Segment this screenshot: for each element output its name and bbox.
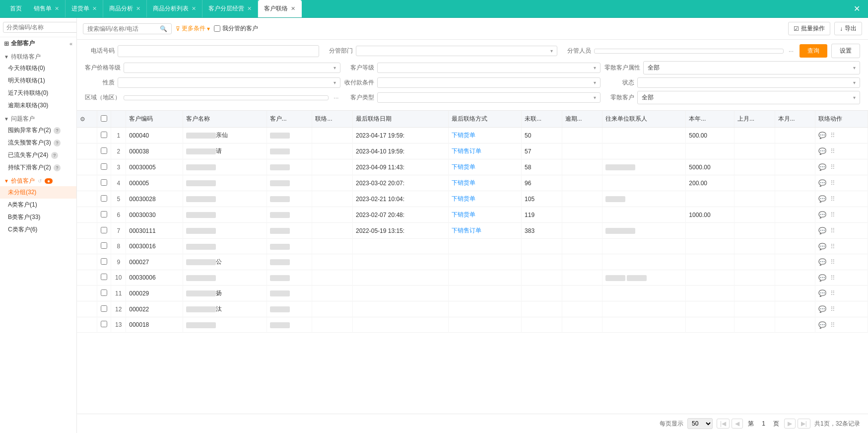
sidebar-item-c-class[interactable]: C类客户(6) [0, 223, 76, 236]
customer-level-select[interactable]: ▾ [377, 63, 600, 73]
sidebar-item-declining[interactable]: 持续下滑客户(2) ? [0, 161, 76, 174]
qr-icon[interactable]: ⠿ [830, 147, 835, 155]
sidebar-item-b-class[interactable]: B类客户(33) [0, 211, 76, 223]
message-icon[interactable]: 💬 [818, 227, 826, 234]
message-icon[interactable]: 💬 [818, 305, 826, 313]
last-way-link[interactable]: 下销售订单 [452, 227, 481, 234]
tab-purchase-close[interactable]: ✕ [92, 5, 97, 12]
message-icon[interactable]: 💬 [818, 195, 826, 203]
qr-icon[interactable]: ⠿ [830, 227, 835, 234]
next-page-button[interactable]: ▶ [784, 419, 796, 429]
th-settings[interactable]: ⚙ [77, 111, 97, 128]
sidebar-item-overdue[interactable]: 逾期未联络(30) [0, 99, 76, 112]
qr-icon[interactable]: ⠿ [830, 289, 835, 297]
row-checkbox[interactable] [101, 132, 107, 138]
sidebar-item-7days[interactable]: 近7天待联络(0) [0, 87, 76, 99]
last-way-link[interactable]: 下销货单 [452, 211, 475, 218]
tab-sales-close[interactable]: ✕ [55, 5, 59, 12]
tab-customer-contact-close[interactable]: ✕ [291, 5, 295, 12]
tab-home[interactable]: 首页 [4, 0, 28, 17]
sidebar-group-pending[interactable]: ▼ 待联络客户 [0, 50, 76, 62]
payment-select[interactable]: ▾ [377, 77, 600, 88]
more-conditions-button[interactable]: ⊽ 更多条件 ▾ [176, 24, 210, 33]
message-icon[interactable]: 💬 [818, 211, 826, 218]
status-select[interactable]: ▾ [637, 77, 860, 88]
tab-product-list[interactable]: 商品分析列表 ✕ [147, 0, 202, 17]
tab-customer-contact[interactable]: 客户联络 ✕ [258, 0, 302, 17]
sidebar-item-ungroup[interactable]: 未分组(32) [0, 186, 76, 199]
window-close-button[interactable]: ✕ [850, 4, 864, 13]
my-customers-check-input[interactable] [214, 25, 220, 32]
last-way-link[interactable]: 下销货单 [452, 179, 475, 186]
search-input[interactable] [87, 25, 157, 32]
reset-button[interactable]: 设置 [831, 44, 860, 58]
per-page-select[interactable]: 50 100 200 [687, 418, 713, 429]
message-icon[interactable]: 💬 [818, 321, 826, 329]
sidebar-group-problem[interactable]: ▼ 问题客户 [0, 112, 76, 124]
last-way-link[interactable]: 下销售订单 [452, 147, 481, 154]
qr-icon[interactable]: ⠿ [830, 321, 835, 329]
sidebar-item-a-class[interactable]: A类客户(1) [0, 199, 76, 211]
my-customers-checkbox[interactable]: 我分管的客户 [214, 24, 258, 33]
row-checkbox[interactable] [101, 211, 107, 217]
qr-icon[interactable]: ⠿ [830, 243, 835, 250]
tab-product-analysis[interactable]: 商品分析 ✕ [103, 0, 147, 17]
last-way-link[interactable]: 下销货单 [452, 132, 475, 139]
batch-operation-button[interactable]: ☑ 批量操作 [788, 22, 830, 35]
message-icon[interactable]: 💬 [818, 258, 826, 266]
sparse-attr-select[interactable]: 全部 ▾ [643, 61, 860, 74]
row-checkbox[interactable] [101, 242, 107, 249]
qr-icon[interactable]: ⠿ [830, 305, 835, 313]
price-level-select[interactable]: ▾ [124, 63, 340, 73]
message-icon[interactable]: 💬 [818, 289, 826, 297]
qr-icon[interactable]: ⠿ [830, 132, 835, 139]
select-all-checkbox[interactable] [101, 115, 107, 122]
row-checkbox[interactable] [101, 305, 107, 312]
sidebar-item-tomorrow[interactable]: 明天待联络(1) [0, 74, 76, 87]
message-icon[interactable]: 💬 [818, 163, 826, 171]
qr-icon[interactable]: ⠿ [830, 258, 835, 266]
query-button[interactable]: 查询 [800, 44, 827, 58]
region-more-btn[interactable]: ··· [332, 94, 340, 101]
qr-icon[interactable]: ⠿ [830, 195, 835, 203]
qr-icon[interactable]: ⠿ [830, 179, 835, 187]
phone-input[interactable] [118, 45, 319, 57]
message-icon[interactable]: 💬 [818, 243, 826, 250]
person-select[interactable] [594, 49, 784, 54]
last-way-link[interactable]: 下销货单 [452, 163, 475, 170]
row-checkbox[interactable] [101, 163, 107, 170]
sidebar-item-abnormal[interactable]: 囤购异常客户(2) ? [0, 124, 76, 137]
prev-page-button[interactable]: ◀ [732, 419, 743, 429]
message-icon[interactable]: 💬 [818, 274, 826, 282]
tab-product-analysis-close[interactable]: ✕ [136, 5, 140, 12]
qr-icon[interactable]: ⠿ [830, 211, 835, 218]
tab-customer-tier-close[interactable]: ✕ [247, 5, 252, 12]
tab-product-list-close[interactable]: ✕ [192, 5, 196, 12]
sidebar-item-today[interactable]: 今天待联络(0) [0, 62, 76, 74]
qr-icon[interactable]: ⠿ [830, 274, 835, 282]
tab-customer-tier[interactable]: 客户分层经营 ✕ [202, 0, 258, 17]
search-icon[interactable]: 🔍 [160, 25, 167, 32]
sparse-customer-select[interactable]: 全部 ▾ [637, 91, 860, 104]
message-icon[interactable]: 💬 [818, 147, 826, 155]
customer-type-select[interactable]: ▾ [377, 92, 600, 103]
message-icon[interactable]: 💬 [818, 179, 826, 187]
row-checkbox[interactable] [101, 147, 107, 154]
qr-icon[interactable]: ⠿ [830, 163, 835, 171]
sidebar-all-customers[interactable]: ⊞ 全部客户 « [0, 37, 76, 50]
last-way-link[interactable]: 下销货单 [452, 195, 475, 202]
sidebar-item-churned[interactable]: 已流失客户(24) ? [0, 149, 76, 161]
row-checkbox[interactable] [101, 289, 107, 296]
sidebar-search-input[interactable] [3, 22, 77, 33]
department-select[interactable]: ▾ [356, 46, 557, 56]
first-page-button[interactable]: |◀ [717, 419, 730, 429]
refresh-icon[interactable]: ↺ [38, 178, 42, 184]
row-checkbox[interactable] [101, 195, 107, 202]
row-checkbox[interactable] [101, 179, 107, 186]
tab-sales[interactable]: 销售单 ✕ [28, 0, 66, 17]
row-checkbox[interactable] [101, 227, 107, 233]
row-checkbox[interactable] [101, 274, 107, 280]
row-checkbox[interactable] [101, 321, 107, 327]
nature-select[interactable]: ▾ [118, 77, 340, 88]
sidebar-group-value[interactable]: ▼ 价值客户 ↺ ● [0, 174, 76, 186]
